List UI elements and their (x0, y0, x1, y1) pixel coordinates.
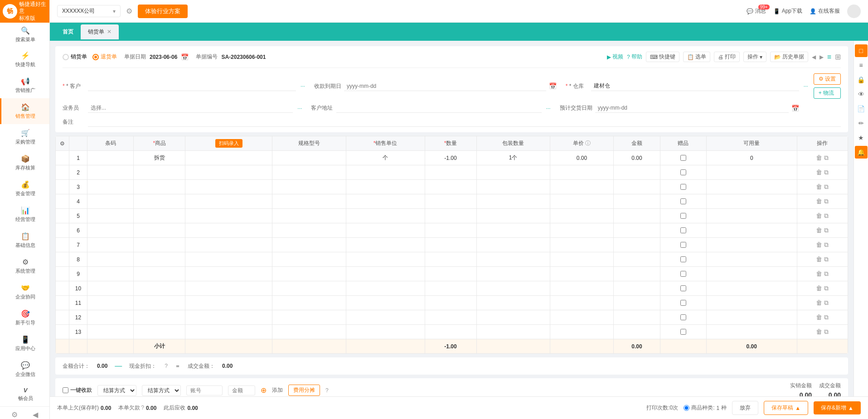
delete-row-btn[interactable]: 🗑 (816, 226, 822, 234)
arrears-help-icon[interactable]: ? (141, 405, 144, 411)
shortcut-btn[interactable]: ⌨快捷键 (646, 52, 679, 62)
rt-btn-4[interactable]: 👁 (855, 88, 868, 101)
payment-method-select[interactable]: 结算方式 (97, 385, 136, 396)
payment-account-select[interactable]: 结算方式 (142, 385, 181, 396)
unit-price-info-icon[interactable]: ⓘ (585, 140, 591, 146)
expense-help-icon[interactable]: ? (325, 387, 329, 394)
sidebar-item-enterprise[interactable]: 🤝 企业协同 (0, 279, 49, 305)
sidebar-item-inventory[interactable]: 📦 库存核算 (0, 150, 49, 176)
one-key-payment-check[interactable]: 一键收款 (63, 386, 92, 394)
online-service-btn[interactable]: 👤 在线客服 (810, 7, 840, 15)
print-btn[interactable]: 🖨打印 (714, 52, 740, 62)
prev-btn[interactable]: ◀ (812, 54, 816, 60)
select-btn[interactable]: 📋选单 (683, 52, 710, 62)
expense-split-btn[interactable]: 费用分摊 (288, 385, 320, 396)
rt-btn-8[interactable]: 🔔 (855, 146, 868, 159)
customer-addr-more-icon[interactable]: ··· (546, 105, 551, 111)
discard-button[interactable]: 放弃 (732, 401, 758, 415)
trial-button[interactable]: 体验行业方案 (138, 5, 188, 18)
delete-row-btn[interactable]: 🗑 (816, 154, 822, 162)
add-payment-icon[interactable]: ⊕ (261, 386, 267, 395)
copy-row-btn[interactable]: ⧉ (824, 226, 829, 234)
row-barcode[interactable] (87, 151, 134, 165)
radio-sales-order[interactable]: 销货单 (63, 53, 87, 61)
scan-btn[interactable]: 扫码录入 (215, 139, 242, 148)
gift-checkbox[interactable] (680, 213, 686, 219)
rt-btn-7[interactable]: ★ (855, 131, 868, 144)
sales-rep-input[interactable] (88, 103, 293, 113)
rt-btn-2[interactable]: ≡ (855, 59, 868, 72)
rt-btn-5[interactable]: 📄 (855, 102, 868, 115)
delete-row-btn[interactable]: 🗑 (816, 299, 822, 307)
save-draft-button[interactable]: 保存草稿 ▲ (764, 401, 808, 415)
video-link[interactable]: ▶ 视频 (607, 53, 623, 61)
logistics-btn[interactable]: + 物流 (814, 87, 841, 99)
delivery-date-calendar-icon[interactable]: 📅 (791, 105, 799, 112)
row-qty[interactable]: -1.00 (425, 151, 476, 165)
sidebar-item-marketing[interactable]: 📢 营销推广 (0, 72, 49, 98)
next-btn[interactable]: ▶ (820, 54, 824, 60)
grid-view-btn[interactable]: ≡ (827, 53, 831, 61)
sidebar-item-purchase[interactable]: 🛒 采购管理 (0, 124, 49, 150)
company-select[interactable]: XXXXXX公司 ▾ (57, 5, 121, 17)
date-calendar-icon[interactable]: 📅 (181, 53, 189, 61)
receive-date-calendar-icon[interactable]: 📅 (549, 82, 557, 90)
gift-checkbox[interactable] (680, 198, 686, 204)
copy-row-btn[interactable]: ⧉ (824, 197, 829, 205)
message-btn[interactable]: 💬 消息 99+ (747, 7, 766, 15)
copy-row-btn[interactable]: ⧉ (824, 241, 829, 249)
list-view-btn[interactable]: ⊞ (835, 53, 841, 61)
copy-row-btn[interactable]: ⧉ (824, 270, 829, 278)
gift-checkbox[interactable] (680, 242, 686, 248)
payment-account-input[interactable] (186, 385, 223, 395)
help-link[interactable]: ? 帮助 (627, 53, 642, 61)
copy-row-btn[interactable]: ⧉ (824, 154, 829, 162)
history-btn[interactable]: 📂历史单据 (770, 52, 808, 62)
row-gift[interactable] (660, 151, 706, 165)
receive-date-input[interactable] (344, 82, 546, 91)
customer-addr-input[interactable] (336, 103, 541, 113)
delete-row-btn[interactable]: 🗑 (816, 328, 822, 336)
copy-row-btn[interactable]: ⧉ (824, 183, 829, 191)
sidebar-item-finance[interactable]: 💰 资金管理 (0, 176, 49, 202)
gift-checkbox[interactable] (680, 329, 686, 335)
warehouse-input[interactable] (591, 82, 799, 91)
delete-row-btn[interactable]: 🗑 (816, 212, 822, 220)
delete-row-btn[interactable]: 🗑 (816, 313, 822, 321)
remarks-input[interactable] (88, 117, 841, 127)
user-avatar[interactable] (847, 5, 861, 18)
sidebar-item-system[interactable]: ⚙ 系统管理 (0, 253, 49, 279)
customer-input[interactable] (88, 82, 296, 91)
copy-row-btn[interactable]: ⧉ (824, 284, 829, 292)
settings-side-btn[interactable]: ⚙ 设置 (814, 73, 841, 85)
gift-checkbox[interactable] (680, 184, 686, 190)
gift-checkbox[interactable] (680, 155, 686, 161)
gift-checkbox[interactable] (680, 300, 686, 306)
copy-row-btn[interactable]: ⧉ (824, 299, 829, 307)
delete-row-btn[interactable]: 🗑 (816, 255, 822, 263)
delete-row-btn[interactable]: 🗑 (816, 197, 822, 205)
warehouse-more-icon[interactable]: ··· (804, 83, 808, 89)
delete-row-btn[interactable]: 🗑 (816, 241, 822, 249)
discount-help-icon[interactable]: ? (165, 363, 168, 369)
sidebar-settings-btn[interactable]: ⚙ (11, 410, 18, 419)
gift-checkbox[interactable] (680, 169, 686, 175)
tab-home[interactable]: 首页 (55, 24, 81, 39)
delete-row-btn[interactable]: 🗑 (816, 169, 822, 176)
rt-btn-3[interactable]: 🔒 (855, 73, 868, 86)
sidebar-item-apps[interactable]: 📱 应用中心 (0, 331, 49, 356)
sidebar-item-business[interactable]: 📊 经营管理 (0, 202, 49, 227)
sales-rep-more-icon[interactable]: ··· (297, 105, 302, 111)
sidebar-item-sales[interactable]: 🏠 销售管理 (0, 98, 49, 124)
row-unit-price[interactable]: 0.00 (550, 151, 614, 165)
delivery-date-input[interactable] (595, 103, 789, 113)
product-type-radio[interactable] (684, 405, 689, 411)
gift-checkbox[interactable] (680, 285, 686, 291)
delete-row-btn[interactable]: 🗑 (816, 270, 822, 278)
sidebar-item-wechat[interactable]: 💬 企业微信 (0, 356, 49, 382)
sidebar-item-quicknav[interactable]: ⚡ 快捷导航 (0, 47, 49, 72)
radio-return-order[interactable]: 退货单 (92, 53, 117, 61)
copy-row-btn[interactable]: ⧉ (824, 169, 829, 176)
copy-row-btn[interactable]: ⧉ (824, 328, 829, 336)
tab-close-icon[interactable]: ✕ (107, 29, 112, 35)
